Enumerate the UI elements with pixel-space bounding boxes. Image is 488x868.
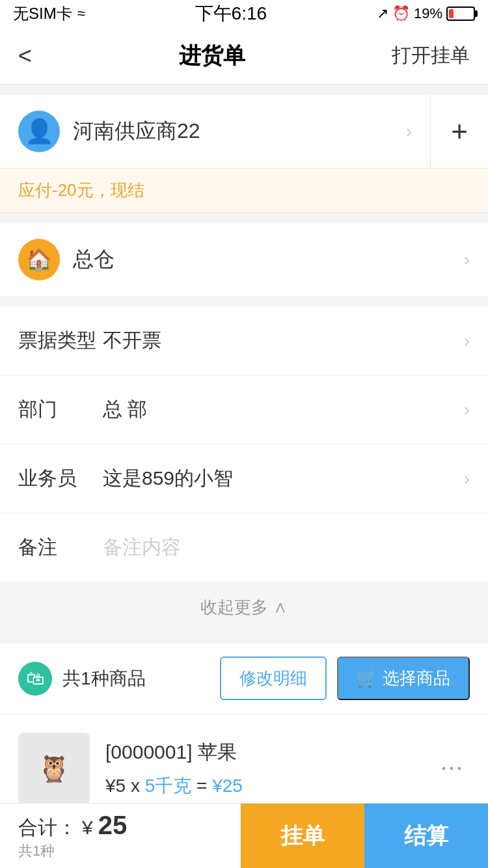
location-icon: ↗: [377, 5, 388, 22]
salesperson-value: 这是859的小智: [103, 465, 456, 492]
back-button[interactable]: <: [18, 42, 32, 70]
total-label: 合计：: [18, 815, 77, 841]
product-total: ¥25: [212, 776, 243, 796]
gap-2: [0, 213, 488, 223]
products-header: 🛍 共1种商品 修改明细 🛒 选择商品: [0, 644, 488, 713]
supplier-add-button[interactable]: +: [431, 95, 488, 168]
warehouse-name: 总仓: [73, 245, 456, 274]
salesperson-label: 业务员: [18, 465, 103, 492]
bottom-total-section: 合计： ¥ 25 共1种: [0, 804, 241, 868]
form-section: 票据类型 不开票 › 部门 总 部 › 业务员 这是859的小智 › 备注 备注…: [0, 306, 488, 582]
remark-label: 备注: [18, 534, 103, 561]
warehouse-section[interactable]: 🏠 总仓 ›: [0, 223, 488, 296]
status-right: ↗ ⏰ 19%: [377, 5, 475, 22]
total-amount: 25: [98, 811, 128, 840]
salesperson-row[interactable]: 业务员 这是859的小智 ›: [0, 444, 488, 513]
alarm-icon: ⏰: [392, 5, 410, 22]
invoice-type-row[interactable]: 票据类型 不开票 ›: [0, 306, 488, 375]
battery-percent: 19%: [414, 5, 442, 22]
hold-button[interactable]: 挂单: [241, 804, 364, 868]
department-chevron-icon: ›: [464, 400, 470, 420]
products-icon-wrap: 🛍: [18, 662, 52, 696]
total-currency: ¥: [82, 817, 93, 839]
avatar-icon: 👤: [25, 118, 54, 145]
status-bar: 无SIM卡 ≈ 下午6:16 ↗ ⏰ 19%: [0, 0, 488, 27]
status-left: 无SIM卡 ≈: [13, 3, 85, 24]
remark-row[interactable]: 备注 备注内容: [0, 513, 488, 582]
supplier-main[interactable]: 👤 河南供应商22 ›: [0, 95, 431, 168]
product-unit-price: ¥5: [105, 776, 126, 796]
checkout-button[interactable]: 结算: [364, 804, 488, 868]
department-value: 总 部: [103, 396, 456, 423]
wifi-icon: ≈: [77, 5, 85, 22]
warehouse-chevron-icon: ›: [464, 249, 470, 270]
battery-icon: [446, 7, 475, 21]
total-count: 共1种: [18, 841, 223, 861]
select-product-button[interactable]: 🛒 选择商品: [337, 657, 470, 700]
salesperson-chevron-icon: ›: [464, 468, 470, 489]
nav-bar: < 进货单 打开挂单: [0, 27, 488, 85]
total-row: 合计： ¥ 25: [18, 811, 223, 841]
avatar: 👤: [18, 111, 60, 152]
gap-4: [0, 633, 488, 644]
supplier-section: 👤 河南供应商22 › +: [0, 95, 488, 168]
product-more-button[interactable]: ⋯: [433, 748, 470, 789]
bottom-bar: 合计： ¥ 25 共1种 挂单 结算: [0, 803, 488, 868]
invoice-type-label: 票据类型: [18, 327, 103, 354]
department-label: 部门: [18, 396, 103, 423]
product-equals: =: [197, 776, 212, 796]
products-count-label: 共1种商品: [62, 666, 220, 691]
carrier-label: 无SIM卡: [13, 3, 72, 24]
product-multiply: x: [131, 776, 145, 796]
select-product-icon: 🛒: [357, 668, 377, 688]
product-thumb-icon: 🦉: [38, 753, 70, 784]
product-info: [0000001] 苹果 ¥5 x 5千克 = ¥25: [105, 739, 433, 798]
product-name: [0000001] 苹果: [105, 739, 433, 766]
warning-banner: 应付-20元，现结: [0, 168, 488, 213]
product-quantity: 5千克: [145, 776, 192, 796]
invoice-type-value: 不开票: [103, 327, 456, 354]
time-label: 下午6:16: [195, 1, 267, 26]
product-price-row: ¥5 x 5千克 = ¥25: [105, 774, 433, 798]
department-row[interactable]: 部门 总 部 ›: [0, 375, 488, 444]
invoice-chevron-icon: ›: [464, 331, 470, 351]
open-hold-button[interactable]: 打开挂单: [392, 42, 470, 69]
edit-detail-button[interactable]: 修改明细: [220, 657, 327, 700]
supplier-name: 河南供应商22: [73, 117, 398, 146]
page-title: 进货单: [179, 41, 245, 71]
products-icon: 🛍: [26, 668, 44, 689]
remark-input[interactable]: 备注内容: [103, 534, 470, 561]
battery-fill: [449, 9, 454, 18]
supplier-chevron-icon: ›: [406, 121, 412, 142]
gap-3: [0, 296, 488, 306]
warehouse-icon: 🏠: [26, 247, 52, 272]
warehouse-icon-wrap: 🏠: [18, 239, 60, 280]
product-title: 苹果: [198, 741, 237, 763]
gap-1: [0, 85, 488, 95]
select-product-label: 选择商品: [383, 667, 450, 690]
product-thumbnail: 🦉: [18, 733, 90, 804]
product-code: [0000001]: [105, 741, 192, 763]
collapse-bar[interactable]: 收起更多 ∧: [0, 582, 488, 633]
